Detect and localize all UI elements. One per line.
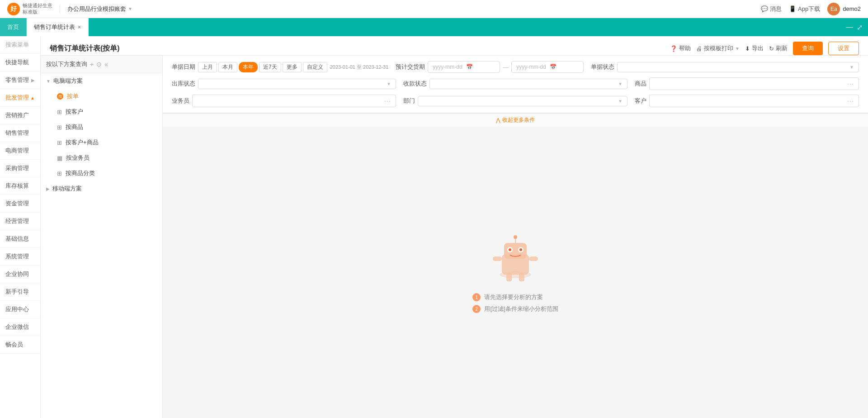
expected-date-end-input[interactable]: yyyy-mm-dd 📅 xyxy=(511,61,584,73)
salesman-input[interactable]: ··· xyxy=(192,95,396,107)
sidebar-item-sales[interactable]: 销售管理 xyxy=(0,124,40,142)
sidebar-item-system[interactable]: 系统管理 xyxy=(0,248,40,266)
ship-status-select[interactable]: ▼ xyxy=(198,79,396,89)
refresh-button[interactable]: ↻ 刷新 xyxy=(769,44,788,52)
order-status-select[interactable]: ▼ xyxy=(617,62,859,72)
calendar-icon: 📅 xyxy=(466,64,473,70)
salesman-dots-icon[interactable]: ··· xyxy=(384,97,391,104)
order-status-filter: 单据状态 ▼ xyxy=(591,62,859,72)
svg-point-5 xyxy=(509,248,511,251)
sidebar-item-operations[interactable]: 经营管理 xyxy=(0,213,40,230)
date-btn-7days[interactable]: 近7天 xyxy=(259,62,281,72)
date-label: 单据日期 xyxy=(172,63,195,71)
main-layout: 搜索菜单 快捷导航 零售管理 ▶ 批发管理 ▲ 营销推广 销售管理 电商管理 采… xyxy=(0,36,868,418)
dept-caret-icon: ▼ xyxy=(618,99,623,104)
grid-icon-goods: ⊞ xyxy=(57,124,62,131)
tree-expand-right-icon: ▶ xyxy=(46,186,50,191)
receipt-status-select[interactable]: ▼ xyxy=(429,79,627,89)
message-button[interactable]: 💬 消息 xyxy=(761,5,782,13)
export-button[interactable]: ⬇ 导出 xyxy=(745,44,764,52)
print-button[interactable]: 🖨 按模板打印 ▼ xyxy=(696,44,740,52)
app-title[interactable]: 办公用品行业模拟账套 ▼ xyxy=(67,5,132,13)
tree-item-by-goods[interactable]: ⊞ 按商品 xyxy=(50,119,162,135)
help-icon: ❓ xyxy=(670,45,677,52)
settings-button[interactable]: 设置 xyxy=(828,42,859,55)
edit-scheme-button[interactable]: ⊙ xyxy=(96,61,102,68)
goods-input[interactable]: ··· xyxy=(649,77,859,90)
avatar: Ea xyxy=(827,3,840,15)
sidebar-item-basic[interactable]: 基础信息 xyxy=(0,230,40,248)
ship-status-caret-icon: ▼ xyxy=(387,81,391,86)
tree-item-by-salesman[interactable]: ▦ 按业务员 xyxy=(50,150,162,166)
chevron-right-icon: ▶ xyxy=(31,78,35,83)
tree-item-by-category[interactable]: ⊞ 按商品分类 xyxy=(50,166,162,181)
sidebar-item-finance[interactable]: 资金管理 xyxy=(0,195,40,213)
message-icon: 💬 xyxy=(761,5,768,12)
page-header: 销售订单统计表(按单) ❓ 帮助 🖨 按模板打印 ▼ ⬇ 导出 ↻ 刷新 xyxy=(41,36,868,56)
calendar-icon-2: 📅 xyxy=(550,64,557,70)
app-download-button[interactable]: 📱 App下载 xyxy=(789,5,820,13)
tree-node-mobile[interactable]: ▶ 移动端方案 xyxy=(41,181,162,196)
goods-dots-icon[interactable]: ··· xyxy=(847,80,854,87)
customer-dots-icon[interactable]: ··· xyxy=(847,97,854,104)
sidebar-search[interactable]: 搜索菜单 xyxy=(0,36,40,54)
date-range-display: 2023-01-01 至 2023-12-31 xyxy=(330,64,389,71)
collapse-bar[interactable]: ⋀ 收起更多条件 xyxy=(163,113,868,127)
add-scheme-button[interactable]: + xyxy=(90,61,94,68)
customer-label: 客户 xyxy=(635,97,646,105)
user-profile[interactable]: Ea demo2 xyxy=(827,3,861,15)
collapse-panel-button[interactable]: « xyxy=(104,61,108,68)
sidebar-item-retail[interactable]: 零售管理 ▶ xyxy=(0,71,40,89)
sidebar-item-enterprise[interactable]: 企业协同 xyxy=(0,266,40,283)
sidebar-item-wholesale[interactable]: 批发管理 ▲ xyxy=(0,89,40,107)
svg-point-6 xyxy=(519,248,522,251)
tree-item-by-customer-goods[interactable]: ⊞ 按客户+商品 xyxy=(50,135,162,150)
tree-node-pc[interactable]: ▼ 电脑端方案 xyxy=(41,73,162,89)
expected-date-start-input[interactable]: yyyy-mm-dd 📅 xyxy=(428,61,500,73)
dept-select[interactable]: ▼ xyxy=(418,96,627,106)
sidebar-item-inventory[interactable]: 库存核算 xyxy=(0,177,40,195)
salesman-filter: 业务员 ··· xyxy=(172,95,396,107)
scheme-tree: ▼ 电脑端方案 按 按单 ⊞ 按客户 ⊞ xyxy=(41,73,162,196)
tab-maximize-icon[interactable]: ⤢ xyxy=(857,23,863,32)
date-btn-this-year[interactable]: 本年 xyxy=(239,62,258,72)
tab-minimize-icon[interactable]: — xyxy=(846,23,853,31)
date-btn-this-month[interactable]: 本月 xyxy=(218,62,237,72)
download-icon: 📱 xyxy=(789,5,796,12)
sidebar-item-appstore[interactable]: 应用中心 xyxy=(0,301,40,318)
date-btn-last-month[interactable]: 上月 xyxy=(198,62,217,72)
tree-item-by-order[interactable]: 按 按单 xyxy=(50,89,162,104)
tab-sales-order[interactable]: 销售订单统计表 × xyxy=(27,18,89,36)
sidebar-item-ecommerce[interactable]: 电商管理 xyxy=(0,142,40,160)
receipt-status-filter: 收款状态 ▼ xyxy=(403,79,627,89)
salesman-label: 业务员 xyxy=(172,97,189,105)
empty-illustration: 1 请先选择要分析的方案 2 用[过滤]条件来缩小分析范围 xyxy=(472,232,558,313)
tab-home[interactable]: 首页 xyxy=(0,18,27,36)
tab-close-icon[interactable]: × xyxy=(78,24,81,30)
receipt-status-label: 收款状态 xyxy=(403,80,427,88)
customer-input[interactable]: ··· xyxy=(649,95,859,107)
ship-status-filter: 出库状态 ▼ xyxy=(172,79,396,89)
sidebar-item-purchase[interactable]: 采购管理 xyxy=(0,160,40,177)
tree-item-by-customer[interactable]: ⊞ 按客户 xyxy=(50,104,162,119)
svg-rect-9 xyxy=(506,273,512,281)
sidebar-item-member[interactable]: 畅会员 xyxy=(0,336,40,354)
sidebar-item-wechat[interactable]: 企业微信 xyxy=(0,318,40,336)
date-btn-more[interactable]: 更多 xyxy=(283,62,302,72)
sidebar-quicknav[interactable]: 快捷导航 xyxy=(0,54,40,71)
logo-area: 好 畅捷通好生意 标准版 xyxy=(7,3,52,15)
tab-bar: 首页 销售订单统计表 × — ⤢ xyxy=(0,18,868,36)
ship-status-label: 出库状态 xyxy=(172,80,195,88)
page-actions: ❓ 帮助 🖨 按模板打印 ▼ ⬇ 导出 ↻ 刷新 查询 设置 xyxy=(670,42,859,55)
active-dot-icon: 按 xyxy=(57,93,63,100)
hint-item-1: 1 请先选择要分析的方案 xyxy=(472,293,558,301)
customer-filter: 客户 ··· xyxy=(635,95,859,107)
empty-image xyxy=(488,232,542,286)
dept-label: 部门 xyxy=(403,97,415,105)
sidebar-item-newuser[interactable]: 新手引导 xyxy=(0,283,40,301)
date-btn-custom[interactable]: 自定义 xyxy=(303,62,327,72)
top-bar-right: 💬 消息 📱 App下载 Ea demo2 xyxy=(761,3,861,15)
query-button[interactable]: 查询 xyxy=(793,42,823,55)
sidebar-item-marketing[interactable]: 营销推广 xyxy=(0,107,40,124)
help-button[interactable]: ❓ 帮助 xyxy=(670,44,691,52)
